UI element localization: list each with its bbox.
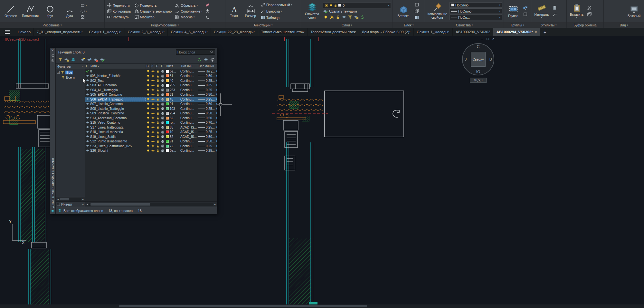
file-tab-10[interactable]: AB1000290_VS0302 xyxy=(453,28,493,36)
text-button[interactable]: AТекст xyxy=(227,5,241,18)
layer-lock-icon[interactable] xyxy=(156,111,160,115)
file-tab-0[interactable]: Начало xyxy=(15,28,34,36)
layer-row[interactable]: S17_Linea Tratteggiata63ACAD_IS...0.25..… xyxy=(85,125,217,130)
file-tab-9[interactable]: Секция 1_Фасады* xyxy=(414,28,453,36)
delete-layer-button[interactable] xyxy=(93,57,99,63)
layer-lineweight[interactable]: 0.50... xyxy=(198,93,216,96)
paste-button[interactable]: Вставить▾ xyxy=(568,3,585,19)
layer-name[interactable]: S05_EPDM_Contorno xyxy=(90,93,146,96)
layer-on-icon[interactable] xyxy=(146,130,150,134)
layer-transparency[interactable]: 0 xyxy=(216,83,217,87)
layer-linetype[interactable]: ACAD_IS... xyxy=(180,135,198,139)
layer-on-icon[interactable] xyxy=(146,93,150,97)
layer-lineweight[interactable]: 0.25... xyxy=(198,144,216,148)
minimize-icon[interactable]: – xyxy=(481,37,483,41)
fillet-button[interactable]: Сопряжение▾ xyxy=(174,8,203,14)
layer-transparency[interactable]: 0 xyxy=(216,144,217,148)
hamburger-menu-icon[interactable] xyxy=(0,28,15,36)
layer-lineweight[interactable]: 0.70... xyxy=(198,121,216,124)
layer-lock-icon[interactable] xyxy=(156,97,160,101)
layer-transparency[interactable]: 0 xyxy=(216,79,217,82)
layer-name[interactable]: S07_Listello_Contorno xyxy=(90,102,146,106)
move-button[interactable]: Перенести xyxy=(106,3,132,8)
group-button[interactable]: Группа xyxy=(506,5,521,18)
viewcube-south[interactable]: Ю xyxy=(476,70,480,74)
filters-scrollbar[interactable]: ◄ ► xyxy=(56,197,85,201)
explode-button[interactable] xyxy=(205,8,210,14)
layer-freeze-icon[interactable] xyxy=(151,93,155,97)
leader-button[interactable]: Выноска▾ xyxy=(260,8,293,14)
ucs-dropdown[interactable]: МСК▾ xyxy=(470,78,487,83)
layer-transparency[interactable]: 0 xyxy=(216,98,217,101)
layer-row[interactable]: S08_Listello_Tratteggio103Continu...0.25… xyxy=(85,106,217,111)
layer-name[interactable]: S13_Accessori_Contorno xyxy=(90,116,146,120)
layer-lineweight[interactable]: 0.25... xyxy=(198,149,216,152)
layer-row[interactable]: S02_Testi40Continu...0.25...0 xyxy=(85,78,217,83)
layer-linetype[interactable]: Continu... xyxy=(180,88,198,92)
layer-freeze-icon[interactable] xyxy=(151,135,155,139)
layer-transparency[interactable]: 0 xyxy=(216,121,217,124)
layer-linetype[interactable]: Continu... xyxy=(180,107,198,111)
layer-linetype[interactable]: Continu... xyxy=(180,116,198,120)
layer-transparency[interactable]: 0 xyxy=(216,149,217,152)
layer-row[interactable]: S26_Blocchiбе...Continu...0.25...0 xyxy=(85,149,217,153)
layer-row[interactable]: S15_Vetro_Contornoго...Continu...0.70...… xyxy=(85,120,217,125)
layer-freeze-icon[interactable] xyxy=(151,121,155,125)
panel-block-label[interactable]: Блок▾ xyxy=(393,22,425,28)
layer-name[interactable]: S26_Blocchi xyxy=(90,149,146,152)
layer-plot-icon[interactable] xyxy=(161,130,165,134)
layer-color[interactable]: 91 xyxy=(165,140,180,143)
layer-linetype[interactable]: Continu... xyxy=(180,149,198,152)
layer-freeze-icon[interactable] xyxy=(151,97,155,101)
layer-color[interactable]: 31 xyxy=(165,74,180,78)
layer-states-button[interactable] xyxy=(354,14,359,20)
layer-lock-icon[interactable] xyxy=(156,149,160,153)
layer-on-icon[interactable] xyxy=(146,69,150,73)
layer-filter-button[interactable] xyxy=(347,14,353,20)
make-current-button[interactable]: Сделать текущим xyxy=(323,9,391,14)
panel-groups-label[interactable]: Группы▾ xyxy=(504,22,531,28)
layer-lock-icon[interactable] xyxy=(156,140,160,143)
layer-linetype[interactable]: Continu... xyxy=(180,98,198,101)
layer-search-input[interactable]: Поиск слоя xyxy=(176,49,215,55)
layer-plot-icon[interactable] xyxy=(161,74,165,78)
layer-lineweight[interactable]: 0.50... xyxy=(198,102,216,106)
layer-lock-icon[interactable] xyxy=(156,116,160,120)
layer-lineweight[interactable]: 0.25... xyxy=(198,88,216,92)
layer-column-header-3[interactable]: З.. xyxy=(151,64,156,69)
copy-clip-button[interactable] xyxy=(587,12,592,17)
layer-freeze-icon[interactable] xyxy=(151,74,155,78)
edit-block-button[interactable] xyxy=(414,8,420,14)
layer-column-header-9[interactable]: Про... xyxy=(216,64,217,69)
layer-plot-icon[interactable] xyxy=(161,93,165,97)
rectangle-button[interactable]: ▾ xyxy=(80,3,87,8)
palette-properties-icon[interactable] xyxy=(51,59,54,63)
layer-column-header-4[interactable]: Б.. xyxy=(156,64,160,69)
new-tab-button[interactable]: + xyxy=(540,28,550,36)
layer-column-header-2[interactable]: В.. xyxy=(146,64,151,69)
tab-close-icon[interactable]: × xyxy=(535,30,537,34)
layer-transparency[interactable]: 0 xyxy=(216,74,217,78)
layer-plot-icon[interactable] xyxy=(161,88,165,92)
layer-color[interactable]: 40 xyxy=(165,79,180,82)
layer-plot-icon[interactable] xyxy=(161,135,165,139)
layer-row[interactable]: S22_Punto di inserimento91Continu...0.50… xyxy=(85,139,217,144)
layer-color[interactable]: бе... xyxy=(165,70,180,73)
layer-color[interactable]: 254 xyxy=(165,111,180,115)
viewport-controls[interactable]: [-] [Сверху] [2D-каркас] xyxy=(3,37,39,41)
layer-name[interactable]: 0 xyxy=(90,70,146,73)
layer-dropdown[interactable]: 0 ▾ xyxy=(323,3,391,8)
layer-linetype[interactable]: Continu... xyxy=(180,102,198,106)
layer-transparency[interactable]: 0 xyxy=(216,70,217,73)
file-tab-1[interactable]: 7_01_сводная_ведомость* xyxy=(34,28,86,36)
layer-lock-icon[interactable] xyxy=(156,102,160,106)
layer-isolate-button[interactable] xyxy=(341,14,347,20)
layer-plot-icon[interactable] xyxy=(161,140,165,143)
object-color-dropdown[interactable]: ПоСлою▾ xyxy=(450,2,502,8)
layer-row[interactable]: S03_AL_Contorno255Continu...0.35...0 xyxy=(85,83,217,88)
lineweight-dropdown[interactable]: ПоСлою▾ xyxy=(450,8,502,14)
viewcube-east[interactable]: В xyxy=(489,57,492,62)
rotate-button[interactable]: Повернуть xyxy=(134,3,173,8)
layer-row[interactable]: S09_Plastica_Contorno254Continu...0.50..… xyxy=(85,111,217,116)
stretch-button[interactable]: Растянуть xyxy=(106,14,132,20)
